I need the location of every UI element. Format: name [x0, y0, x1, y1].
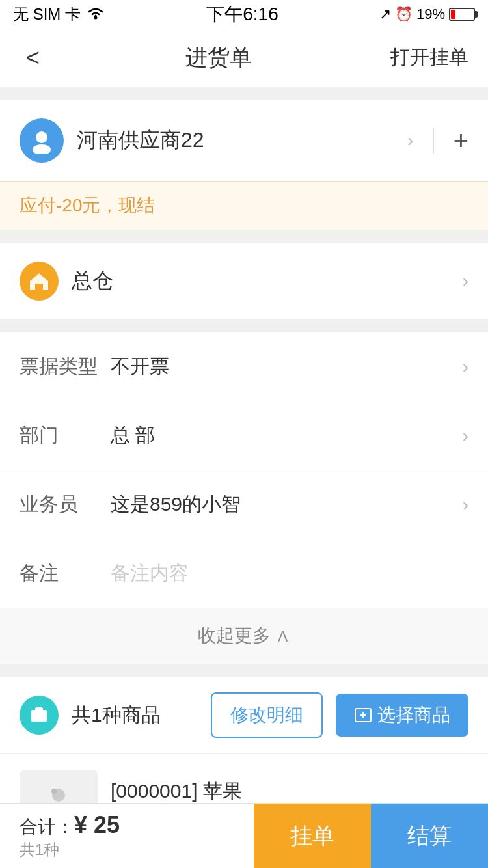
suspend-button[interactable]: 挂单 [254, 804, 371, 868]
back-button[interactable]: < [20, 38, 46, 78]
gap-3 [0, 319, 488, 332]
total-amount: ¥ 25 [74, 811, 120, 838]
form-section: 票据类型 不开票 › 部门 总 部 › 业务员 这是859的小智 › 备注 备注… [0, 332, 488, 608]
alarm-icon: ⏰ [395, 6, 413, 23]
select-product-button[interactable]: 选择商品 [336, 694, 468, 737]
select-product-label: 选择商品 [377, 703, 450, 727]
invoice-type-row[interactable]: 票据类型 不开票 › [0, 332, 488, 401]
location-icon: ↗ [379, 6, 391, 23]
bottom-bar: 合计：¥ 25 共1种 挂单 结算 [0, 803, 488, 868]
supplier-divider [433, 128, 434, 154]
notes-placeholder: 备注内容 [111, 560, 468, 587]
checkout-button[interactable]: 结算 [371, 804, 488, 868]
gap-2 [0, 230, 488, 243]
status-indicators: ↗ ⏰ 19% [379, 6, 475, 23]
page-title: 进货单 [185, 43, 252, 73]
open-suspend-button[interactable]: 打开挂单 [390, 44, 468, 71]
notes-label: 备注 [20, 560, 111, 587]
product-name: [0000001] 苹果 [111, 778, 427, 805]
status-bar: 无 SIM 卡 下午6:16 ↗ ⏰ 19% [0, 0, 488, 29]
supplier-name: 河南供应商22 [77, 126, 407, 155]
gap-1 [0, 87, 488, 100]
status-time: 下午6:16 [206, 2, 278, 27]
department-value: 总 部 [111, 422, 463, 449]
svg-point-2 [33, 144, 51, 154]
modify-detail-button[interactable]: 修改明细 [211, 692, 323, 738]
collapse-button[interactable]: 收起更多 ∧ [0, 608, 488, 664]
nav-bar: < 进货单 打开挂单 [0, 29, 488, 87]
warehouse-name: 总仓 [72, 267, 463, 295]
salesperson-chevron-icon: › [463, 495, 468, 515]
add-supplier-button[interactable]: + [454, 126, 468, 156]
warehouse-icon [20, 262, 59, 301]
warehouse-section: 总仓 › [0, 243, 488, 319]
warehouse-row[interactable]: 总仓 › [0, 243, 488, 319]
invoice-type-label: 票据类型 [20, 353, 111, 380]
total-section: 合计：¥ 25 共1种 [0, 804, 254, 868]
supplier-section: 河南供应商22 › + 应付-20元，现结 [0, 100, 488, 230]
notes-row[interactable]: 备注 备注内容 [0, 539, 488, 608]
supplier-row[interactable]: 河南供应商22 › + [0, 100, 488, 181]
total-count: 共1种 [20, 839, 234, 860]
svg-point-1 [36, 131, 47, 143]
products-count-label: 共1种商品 [72, 702, 198, 729]
svg-point-9 [51, 789, 57, 794]
salesperson-value: 这是859的小智 [111, 491, 463, 518]
invoice-type-chevron-icon: › [463, 357, 468, 377]
department-row[interactable]: 部门 总 部 › [0, 401, 488, 470]
carrier-text: 无 SIM 卡 [13, 4, 81, 25]
svg-rect-4 [31, 710, 47, 722]
salesperson-row[interactable]: 业务员 这是859的小智 › [0, 470, 488, 539]
products-icon [20, 696, 59, 735]
supplier-chevron-icon: › [407, 130, 413, 151]
battery-icon [449, 8, 475, 21]
battery-percent: 19% [416, 6, 445, 23]
wifi-icon [86, 5, 105, 23]
info-banner: 应付-20元，现结 [0, 181, 488, 230]
products-header: 共1种商品 修改明细 选择商品 [0, 677, 488, 753]
svg-point-0 [94, 16, 98, 20]
svg-rect-3 [35, 284, 43, 290]
invoice-type-value: 不开票 [111, 353, 463, 380]
department-chevron-icon: › [463, 426, 468, 446]
department-label: 部门 [20, 422, 111, 449]
supplier-avatar [20, 118, 64, 163]
total-row: 合计：¥ 25 [20, 811, 234, 839]
total-label: 合计： [20, 817, 74, 837]
status-carrier: 无 SIM 卡 [13, 4, 105, 25]
warehouse-chevron-icon: › [463, 271, 468, 292]
gap-4 [0, 664, 488, 677]
salesperson-label: 业务员 [20, 491, 111, 518]
